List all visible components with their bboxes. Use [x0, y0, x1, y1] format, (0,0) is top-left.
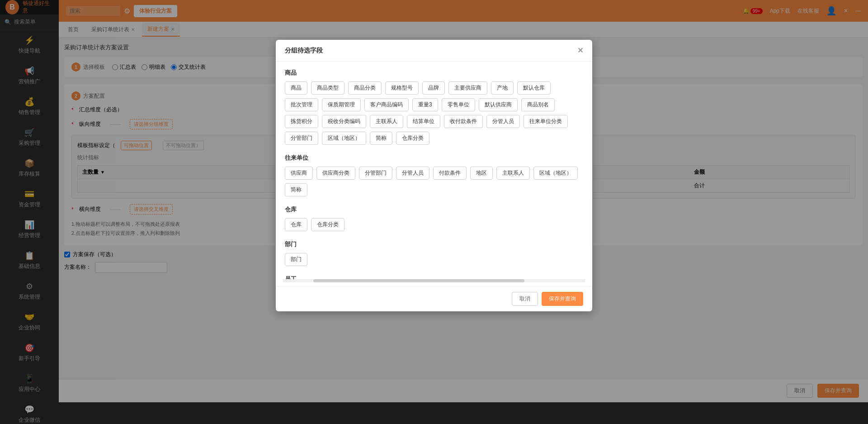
field-tag-简称[interactable]: 简称	[370, 132, 392, 145]
field-tag-简称[interactable]: 简称	[285, 183, 307, 196]
field-tag-主联系人[interactable]: 主联系人	[496, 167, 530, 180]
field-tag-产地[interactable]: 产地	[491, 81, 514, 95]
category-仓库: 仓库仓库仓库分类	[285, 205, 583, 231]
field-tag-默认仓库[interactable]: 默认仓库	[517, 81, 551, 95]
field-tag-分管部门[interactable]: 分管部门	[359, 167, 392, 180]
category-title-员工: 员工	[285, 275, 583, 279]
field-list-部门: 部门	[285, 253, 583, 266]
field-tag-零售单位[interactable]: 零售单位	[442, 98, 475, 111]
field-tag-供应商分类[interactable]: 供应商分类	[316, 167, 355, 180]
dialog-confirm-button[interactable]: 保存并查询	[542, 292, 583, 306]
category-title-部门: 部门	[285, 240, 583, 248]
dialog-body: 商品商品商品类型商品分类规格型号品牌主要供应商产地默认仓库批次管理保质期管理客户…	[276, 62, 592, 279]
field-tag-商品分类[interactable]: 商品分类	[348, 81, 382, 95]
dialog-hscrollbar[interactable]	[283, 279, 585, 282]
category-title-商品: 商品	[285, 69, 583, 77]
field-tag-商品别名[interactable]: 商品别名	[521, 98, 555, 111]
field-tag-付款条件[interactable]: 付款条件	[433, 167, 467, 180]
field-list-商品: 商品商品类型商品分类规格型号品牌主要供应商产地默认仓库批次管理保质期管理客户商品…	[285, 81, 583, 145]
dialog-footer: 取消 保存并查询	[276, 286, 592, 311]
field-tag-主要供应商[interactable]: 主要供应商	[448, 81, 487, 95]
field-tag-分管部门[interactable]: 分管部门	[285, 132, 318, 145]
field-tag-重量3[interactable]: 重量3	[412, 98, 438, 111]
field-tag-批次管理[interactable]: 批次管理	[285, 98, 318, 111]
field-tag-默认供应商[interactable]: 默认供应商	[479, 98, 518, 111]
field-tag-结算单位[interactable]: 结算单位	[407, 115, 440, 128]
dialog-title: 分组待选字段	[285, 47, 323, 55]
field-tag-分管人员[interactable]: 分管人员	[486, 115, 520, 128]
dialog-close-button[interactable]: ✕	[577, 46, 583, 55]
field-tag-区域（地区）[interactable]: 区域（地区）	[322, 132, 366, 145]
field-tag-往来单位分类[interactable]: 往来单位分类	[524, 115, 568, 128]
category-往来单位: 往来单位供应商供应商分类分管部门分管人员付款条件地区主联系人区域（地区）简称	[285, 154, 583, 196]
category-商品: 商品商品商品类型商品分类规格型号品牌主要供应商产地默认仓库批次管理保质期管理客户…	[285, 69, 583, 145]
field-tag-商品类型[interactable]: 商品类型	[311, 81, 344, 95]
field-tag-仓库分类[interactable]: 仓库分类	[311, 218, 344, 231]
field-tag-税收分类编码[interactable]: 税收分类编码	[322, 115, 366, 128]
field-tag-拣货积分[interactable]: 拣货积分	[285, 115, 318, 128]
field-list-往来单位: 供应商供应商分类分管部门分管人员付款条件地区主联系人区域（地区）简称	[285, 167, 583, 196]
field-tag-部门[interactable]: 部门	[285, 253, 307, 266]
field-tag-规格型号[interactable]: 规格型号	[385, 81, 419, 95]
dialog-overlay: 分组待选字段 ✕ 商品商品商品类型商品分类规格型号品牌主要供应商产地默认仓库批次…	[0, 0, 868, 424]
field-tag-区域（地区）[interactable]: 区域（地区）	[533, 167, 578, 180]
field-tag-主联系人[interactable]: 主联系人	[370, 115, 403, 128]
field-tag-分管人员[interactable]: 分管人员	[396, 167, 429, 180]
field-tag-品牌[interactable]: 品牌	[422, 81, 445, 95]
field-tag-地区[interactable]: 地区	[470, 167, 493, 180]
field-tag-供应商[interactable]: 供应商	[285, 167, 313, 180]
category-title-往来单位: 往来单位	[285, 154, 583, 162]
field-tag-仓库[interactable]: 仓库	[285, 218, 307, 231]
field-tag-仓库分类[interactable]: 仓库分类	[396, 132, 429, 145]
category-title-仓库: 仓库	[285, 205, 583, 214]
field-list-仓库: 仓库仓库分类	[285, 218, 583, 231]
dialog-hscroll-thumb	[313, 279, 525, 282]
dialog-cancel-button[interactable]: 取消	[512, 292, 538, 306]
category-员工: 员工业务员	[285, 275, 583, 279]
field-tag-商品[interactable]: 商品	[285, 81, 307, 95]
field-tag-客户商品编码[interactable]: 客户商品编码	[364, 98, 409, 111]
category-部门: 部门部门	[285, 240, 583, 266]
field-tag-收付款条件[interactable]: 收付款条件	[444, 115, 483, 128]
field-tag-保质期管理[interactable]: 保质期管理	[322, 98, 361, 111]
field-select-dialog: 分组待选字段 ✕ 商品商品商品类型商品分类规格型号品牌主要供应商产地默认仓库批次…	[276, 40, 592, 311]
dialog-header: 分组待选字段 ✕	[276, 40, 592, 62]
